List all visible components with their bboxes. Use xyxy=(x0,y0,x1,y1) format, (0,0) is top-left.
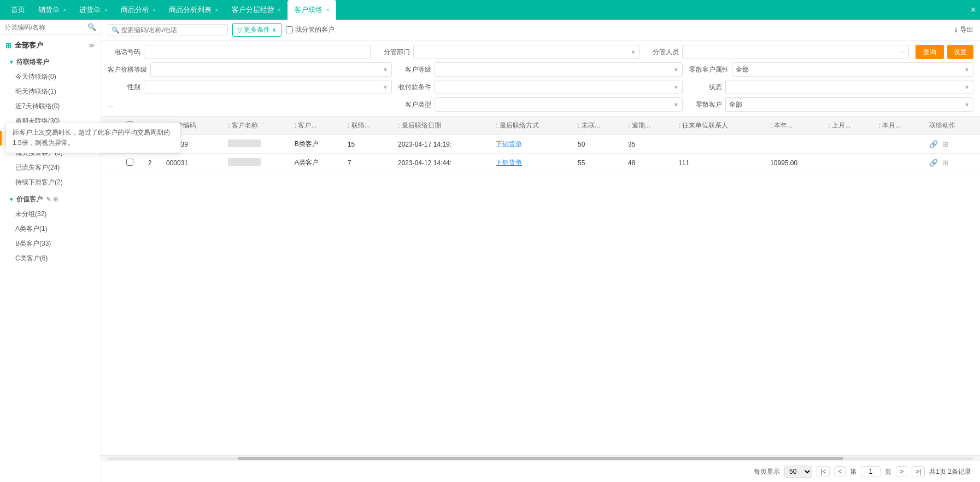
page-number-input[interactable] xyxy=(861,466,881,477)
col-partner-header[interactable]: : 往来单位联系人 xyxy=(673,117,765,135)
filter-row-2: 客户价格等级 ▼ 客户等级 ▼ 零散客户属性 全部 ▼ xyxy=(108,62,973,77)
row1-this-month xyxy=(873,135,924,154)
settings-button[interactable]: 设置 xyxy=(947,45,973,59)
horizontal-scroll[interactable] xyxy=(101,455,980,461)
sidebar-search-input[interactable] xyxy=(4,24,87,31)
retail-attr-select[interactable]: 全部 ▼ xyxy=(732,62,973,77)
sidebar-item-ungrouped[interactable]: 未分组(32) xyxy=(0,207,101,222)
row1-actions: 🔗 ⊞ xyxy=(924,135,980,154)
scroll-thumb[interactable] xyxy=(238,457,844,460)
col-last-method-header[interactable]: : 最后联络方式 xyxy=(490,117,572,135)
row1-last-method[interactable]: 下销货单 xyxy=(490,135,572,154)
tooltip-box: 距客户上次交易时长，超过了此客户的平均交易周期的1.5倍，则视为异常。 xyxy=(101,123,180,153)
sidebar-item-today[interactable]: 今天待联络(0) xyxy=(0,69,101,84)
close-product-analysis-list-icon[interactable]: × xyxy=(215,7,218,13)
first-page-button[interactable]: |< xyxy=(817,466,830,477)
payment-select[interactable]: ▼ xyxy=(435,80,683,94)
filter-more-dots[interactable]: ... xyxy=(108,100,114,109)
row2-checkbox[interactable] xyxy=(121,154,139,172)
row2-select-checkbox[interactable] xyxy=(126,159,133,166)
row1-overdue: 35 xyxy=(623,135,673,154)
arrow-down-icon: ▼ xyxy=(9,59,14,65)
search-input[interactable] xyxy=(121,26,224,34)
col-this-month-header[interactable]: : 本月... xyxy=(873,117,924,135)
col-type-header[interactable]: : 客户... xyxy=(289,117,342,135)
col-this-year-header[interactable]: : 本年... xyxy=(765,117,823,135)
more-filter-button[interactable]: ▽ 更多条件 ∧ xyxy=(232,23,281,37)
filter-icon: ▽ xyxy=(237,26,242,34)
last-page-button[interactable]: >| xyxy=(912,466,925,477)
row1-this-year xyxy=(765,135,823,154)
col-name-header[interactable]: : 客户名称 xyxy=(222,117,289,135)
sidebar-item-declining[interactable]: 持续下滑客户(2) xyxy=(0,175,101,190)
row2-grid-icon[interactable]: ⊞ xyxy=(942,159,948,167)
close-customer-segmentation-icon[interactable]: × xyxy=(278,7,281,13)
sidebar-item-churned[interactable]: 已流失客户(24) xyxy=(0,160,101,175)
nav-customer-contact[interactable]: 客户联络 × xyxy=(287,0,336,20)
retail-customer-select[interactable]: 全部 ▼ xyxy=(725,97,973,112)
dept-select[interactable]: ▼ xyxy=(413,45,640,59)
close-customer-contact-icon[interactable]: × xyxy=(326,7,329,13)
nav-product-analysis[interactable]: 商品分析 × xyxy=(114,0,162,20)
nav-product-analysis-list[interactable]: 商品分析列表 × xyxy=(162,0,225,20)
sidebar-collapse-icon[interactable]: ≫ xyxy=(89,42,95,49)
customer-type-select[interactable]: ▼ xyxy=(435,97,683,112)
row1-link-icon[interactable]: 🔗 xyxy=(929,140,938,148)
row1-grid-icon[interactable]: ⊞ xyxy=(942,140,948,148)
row2-action-icons: 🔗 ⊞ xyxy=(929,159,975,167)
manager-select[interactable]: ··· xyxy=(682,45,909,59)
per-page-select[interactable]: 50 100 200 xyxy=(784,466,812,478)
arrow-down-icon-2: ▼ xyxy=(9,196,14,202)
search-input-icon: 🔍 xyxy=(112,26,120,34)
price-level-select[interactable]: ▼ xyxy=(150,62,392,77)
status-dropdown-icon: ▼ xyxy=(964,84,970,90)
sidebar-item-7days[interactable]: 近7天待联络(0) xyxy=(0,99,101,114)
nav-customer-segmentation[interactable]: 客户分层经营 × xyxy=(225,0,287,20)
sidebar-item-b-class[interactable]: B类客户(33) xyxy=(0,236,101,251)
row2-num: 2 xyxy=(139,154,161,172)
row1-contact: 15 xyxy=(342,135,392,154)
sidebar-item-tomorrow[interactable]: 明天待联络(1) xyxy=(0,84,101,99)
sidebar-item-c-class[interactable]: C类客户(6) xyxy=(0,251,101,266)
close-product-analysis-icon[interactable]: × xyxy=(152,7,156,13)
nav-purchase-order[interactable]: 进货单 × xyxy=(73,0,114,20)
row1-uncontacted: 50 xyxy=(572,135,623,154)
group-icon[interactable]: ⊞ xyxy=(53,196,58,203)
sidebar-all-customers[interactable]: ⊞ 全部客户 ≫ xyxy=(0,37,101,54)
my-customers-checkbox[interactable] xyxy=(286,26,293,33)
col-uncontacted-header[interactable]: : 未联... xyxy=(572,117,623,135)
customer-type-dropdown-icon: ▼ xyxy=(673,102,679,108)
customer-type-label: 客户类型 xyxy=(398,100,431,109)
sidebar-pending-title[interactable]: ▼ 待联络客户 xyxy=(0,55,101,69)
col-contact-header[interactable]: : 联络... xyxy=(342,117,392,135)
prev-page-button[interactable]: < xyxy=(834,466,846,477)
close-sales-order-icon[interactable]: × xyxy=(63,7,66,13)
sidebar-item-a-class[interactable]: A类客户(1) xyxy=(0,222,101,236)
gender-select[interactable]: ▼ xyxy=(144,80,392,94)
filter-row-3: 性别 ▼ 收付款条件 ▼ 状态 ▼ xyxy=(108,80,973,94)
row1-partner xyxy=(673,135,765,154)
col-last-month-header[interactable]: : 上月... xyxy=(823,117,873,135)
status-select[interactable]: ▼ xyxy=(725,80,973,94)
customer-level-select[interactable]: ▼ xyxy=(435,62,683,77)
row2-last-method[interactable]: 下销货单 xyxy=(490,154,572,172)
nav-sales-order[interactable]: 销货单 × xyxy=(32,0,73,20)
next-page-button[interactable]: > xyxy=(896,466,907,477)
nav-home[interactable]: 首页 xyxy=(4,0,32,20)
sidebar-value-title[interactable]: ▼ 价值客户 ✎ ⊞ xyxy=(0,192,101,207)
my-customers-checkbox-wrap[interactable]: 我分管的客户 xyxy=(286,25,335,34)
search-input-wrap: 🔍 xyxy=(108,24,228,36)
total-records: 共1页 2条记录 xyxy=(929,467,971,477)
edit-icon[interactable]: ✎ xyxy=(46,196,51,203)
col-overdue-header[interactable]: : 逾期... xyxy=(623,117,673,135)
export-button[interactable]: ⤓ 导出 xyxy=(953,25,973,34)
phone-input[interactable] xyxy=(144,45,371,59)
query-button[interactable]: 查询 xyxy=(916,45,944,59)
row2-setting xyxy=(101,154,121,172)
col-last-date-header[interactable]: : 最后联络日期 xyxy=(392,117,490,135)
page-label: 第 xyxy=(850,467,856,477)
row2-link-icon[interactable]: 🔗 xyxy=(929,159,938,167)
close-all-tabs-button[interactable]: × xyxy=(971,5,976,15)
retail-customer-dropdown-icon: ▼ xyxy=(964,102,970,108)
close-purchase-order-icon[interactable]: × xyxy=(104,7,107,13)
